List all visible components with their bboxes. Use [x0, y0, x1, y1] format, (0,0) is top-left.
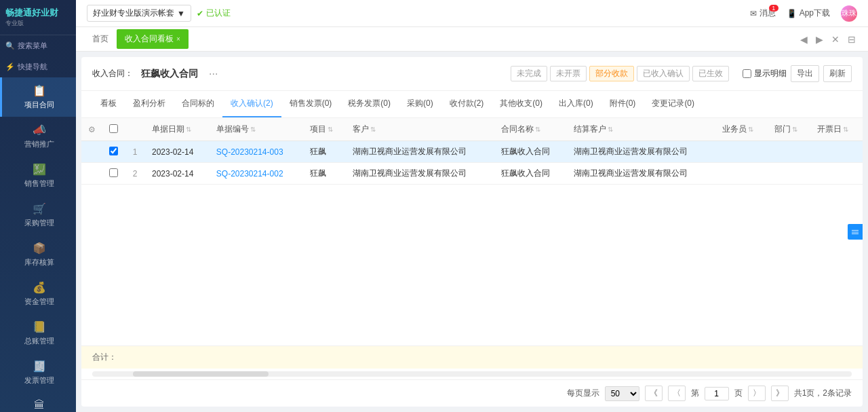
project-sort-icon: ⇅ — [328, 126, 333, 133]
sub-tab-inout[interactable]: 出入库(0) — [551, 91, 601, 117]
sub-tab-other[interactable]: 其他收支(0) — [492, 91, 551, 117]
row-2-open-date — [810, 163, 863, 185]
sub-tab-profit[interactable]: 盈利分析 — [125, 91, 174, 117]
status-tags: 未完成 未开票 部分收款 已收入确认 已生效 — [511, 66, 729, 81]
active-tab[interactable]: 收入合同看板 × — [117, 29, 189, 49]
first-page-btn[interactable]: 《 — [645, 386, 663, 401]
tag-not-complete[interactable]: 未完成 — [511, 66, 547, 81]
sidebar-item-sales[interactable]: 💹 销售管理 — [0, 156, 76, 195]
breadcrumb-home[interactable]: 首页 — [87, 31, 114, 48]
show-detail-checkbox-label[interactable]: 显示明细 — [743, 65, 787, 82]
row-1-date: 2023-02-14 — [145, 141, 210, 163]
page-number-input[interactable] — [705, 387, 729, 400]
row-1-checkbox[interactable] — [109, 147, 118, 155]
row-2-result-customer: 湖南卫视商业运营发展有限公司 — [567, 163, 715, 185]
sidebar-item-marketing[interactable]: 📣 营销推广 — [0, 117, 76, 156]
scroll-thumb[interactable] — [133, 371, 269, 377]
prev-page-btn[interactable]: 〈 — [668, 386, 686, 401]
sidebar-item-tax[interactable]: 🏛 税务管理 — [0, 392, 76, 412]
result-customer-col-header[interactable]: 结算客户⇅ — [567, 118, 715, 141]
certified-label: 已认证 — [206, 7, 231, 19]
fund-icon: 💰 — [33, 281, 46, 294]
sub-tab-sales-invoice[interactable]: 销售发票(0) — [281, 91, 340, 117]
tab-menu-btn[interactable]: ⊟ — [846, 33, 857, 46]
project-col-header[interactable]: 项目⇅ — [303, 118, 346, 141]
more-options-btn[interactable]: ··· — [206, 68, 220, 80]
sub-tab-income-confirm[interactable]: 收入确认(2) — [222, 91, 281, 117]
last-page-btn[interactable]: 》 — [771, 386, 789, 401]
tag-partial[interactable]: 部分收款 — [589, 66, 634, 81]
row-1-contract: 狂飙收入合同 — [494, 141, 567, 163]
row-1-code-link[interactable]: SQ-20230214-003 — [216, 147, 283, 157]
tag-effective[interactable]: 已生效 — [692, 66, 729, 81]
table-body: 1 2023-02-14 SQ-20230214-003 狂飙 湖南卫视商业运营… — [81, 141, 863, 185]
user-avatar-btn[interactable]: 珠珠 — [841, 5, 857, 22]
open-date-col-header[interactable]: 开票日⇅ — [810, 118, 863, 141]
tab-close-btn[interactable]: × — [176, 35, 180, 43]
dept-col-header[interactable]: 部门⇅ — [768, 118, 810, 141]
sub-tab-attachment[interactable]: 附件(0) — [601, 91, 644, 117]
tab-next-btn[interactable]: ▶ — [814, 33, 825, 46]
tag-confirmed[interactable]: 已收入确认 — [637, 66, 690, 81]
sidebar-search[interactable]: 🔍 搜索菜单 — [0, 35, 76, 56]
logo-sub: 专业版 — [5, 19, 71, 28]
select-all-checkbox[interactable] — [109, 124, 118, 133]
sub-tab-purchase[interactable]: 采购(0) — [399, 91, 441, 117]
sidebar-quicknav[interactable]: ⚡ 快捷导航 — [0, 56, 76, 77]
company-selector[interactable]: 好业财专业版演示帐套 ▼ — [87, 5, 191, 22]
sidebar-item-fund[interactable]: 💰 资金管理 — [0, 274, 76, 314]
sidebar-item-inventory[interactable]: 📦 库存核算 — [0, 235, 76, 274]
sub-tab-change-log[interactable]: 变更记录(0) — [644, 91, 703, 117]
sidebar-label-purchase: 采购管理 — [24, 218, 54, 228]
sidebar-item-purchase[interactable]: 🛒 采购管理 — [0, 195, 76, 235]
per-page-select[interactable]: 20 50 100 200 — [605, 386, 639, 401]
topbar-left: 好业财专业版演示帐套 ▼ ✔ 已认证 — [87, 5, 231, 22]
next-page-btn[interactable]: 〉 — [748, 386, 766, 401]
row-1-open-date — [810, 141, 863, 163]
sidebar-item-general[interactable]: 📒 总账管理 — [0, 314, 76, 353]
app-download-btn[interactable]: 📱 App下载 — [787, 7, 830, 19]
content-area: 收入合同： 狂飙收入合同 ··· 未完成 未开票 部分收款 已收入确认 已生效 … — [81, 57, 863, 407]
sidebar-label-invoice: 发票管理 — [24, 375, 54, 386]
row-settings[interactable] — [81, 141, 102, 163]
salesperson-sort-icon: ⇅ — [748, 126, 753, 133]
table-row[interactable]: 1 2023-02-14 SQ-20230214-003 狂飙 湖南卫视商业运营… — [81, 141, 863, 163]
contract-header: 收入合同： 狂飙收入合同 ··· 未完成 未开票 部分收款 已收入确认 已生效 … — [81, 57, 863, 91]
refresh-btn[interactable]: 刷新 — [823, 65, 852, 82]
sub-tab-board[interactable]: 看板 — [92, 91, 125, 117]
app-label: App下载 — [800, 7, 830, 19]
sidebar-item-invoice[interactable]: 🧾 发票管理 — [0, 353, 76, 392]
right-panel-toggle[interactable]: ||| — [848, 224, 863, 240]
tab-prev-btn[interactable]: ◀ — [799, 33, 809, 46]
date-col-header[interactable]: 单据日期⇅ — [145, 118, 210, 141]
sidebar-label-marketing: 营销推广 — [24, 139, 54, 149]
export-btn[interactable]: 导出 — [791, 65, 819, 82]
row-2-dept — [768, 163, 810, 185]
row-2-checkbox[interactable] — [109, 168, 118, 177]
code-col-header[interactable]: 单据编号⇅ — [210, 118, 303, 141]
sidebar-label-project: 项目合同 — [24, 100, 54, 110]
contract-title: 狂飙收入合同 — [141, 68, 198, 80]
row-1-customer: 湖南卫视商业运营发展有限公司 — [346, 141, 494, 163]
settings-col-header[interactable]: ⚙ — [81, 118, 102, 141]
row-2-code-link[interactable]: SQ-20230214-002 — [216, 169, 283, 179]
sub-tab-standard[interactable]: 合同标的 — [174, 91, 222, 117]
tab-close-all-btn[interactable]: ✕ — [830, 33, 841, 46]
checkbox-col-header — [102, 118, 125, 141]
pagination: 每页显示 20 50 100 200 《 〈 第 页 〉 》 共1页，2条记录 — [81, 379, 863, 407]
sub-tab-tax-invoice[interactable]: 税务发票(0) — [340, 91, 399, 117]
tag-not-invoiced[interactable]: 未开票 — [550, 66, 587, 81]
contract-col-header[interactable]: 合同名称⇅ — [494, 118, 567, 141]
sidebar-item-project[interactable]: 📋 项目合同 — [0, 77, 76, 117]
salesperson-col-header[interactable]: 业务员⇅ — [715, 118, 768, 141]
customer-col-header[interactable]: 客户⇅ — [346, 118, 494, 141]
search-label: 搜索菜单 — [18, 41, 47, 51]
sidebar-label-general: 总账管理 — [24, 336, 54, 346]
sub-tab-payment[interactable]: 收付款(2) — [441, 91, 492, 117]
quicknav-label: 快捷导航 — [18, 62, 47, 72]
message-btn[interactable]: ✉ 1 消息 — [750, 7, 776, 19]
scroll-track — [92, 371, 852, 377]
table-row[interactable]: 2 2023-02-14 SQ-20230214-002 狂飙 湖南卫视商业运营… — [81, 163, 863, 185]
show-detail-checkbox[interactable] — [743, 69, 751, 78]
row-2-settings[interactable] — [81, 163, 102, 185]
